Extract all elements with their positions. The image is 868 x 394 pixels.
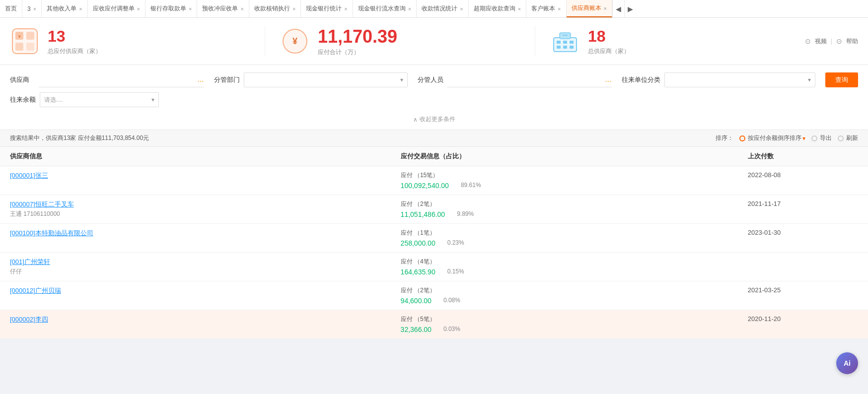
payable-amount: 258,000.00 <box>401 239 435 247</box>
table-row: [000012]广州贝瑞应付 （2笔）94,600.000.08%2021-03… <box>0 281 868 310</box>
nav-tab-other-income[interactable]: 其他收入单 × <box>42 0 87 17</box>
nav-tab-supplier-ledger-label: 供应商账本 <box>572 4 601 12</box>
nav-tab-cash-bank-stat[interactable]: 现金银行统计 × <box>301 0 353 17</box>
supplier-info-cell: [000100]本特勤油品有限公司 <box>0 224 391 253</box>
dept-label: 分管部门 <box>214 75 240 84</box>
category-select[interactable] <box>669 76 806 83</box>
supplier-link[interactable]: [000002]李四 <box>10 316 48 323</box>
nav-tab-customer-ledger[interactable]: 客户账本 × <box>526 0 566 17</box>
help-link[interactable]: 帮助 <box>846 37 858 46</box>
nav-tab-cash-bank-stat-close[interactable]: × <box>344 6 347 12</box>
video-link[interactable]: 视频 <box>815 37 827 46</box>
supplier-link[interactable]: [000012]广州贝瑞 <box>10 287 61 294</box>
summary-card-amount: ¥ 11,170.39 应付合计（万） <box>280 26 535 57</box>
card2-number: 11,170.39 <box>318 26 397 47</box>
payable-count: 应付 （4笔） <box>401 258 728 266</box>
last-pay-date-cell: 2023-01-30 <box>738 224 868 253</box>
nav-tab-ar-ap-adjust-close[interactable]: × <box>137 6 140 12</box>
supplier-info-cell: [000012]广州贝瑞 <box>0 281 391 310</box>
last-pay-date-cell: 2021-11-17 <box>738 195 868 224</box>
nav-tab-customer-ledger-close[interactable]: × <box>558 6 561 12</box>
nav-tab-overdue-ar[interactable]: 超期应收款查询 × <box>469 0 526 17</box>
nav-tab-collection-stat[interactable]: 收款情况统计 × <box>417 0 468 17</box>
query-button[interactable]: 查询 <box>825 72 858 87</box>
summary-card3-content: 18 总供应商（家） <box>588 27 630 55</box>
nav-tab-overdue-ar-close[interactable]: × <box>518 6 521 12</box>
nav-tab-collect-verify[interactable]: 收款核销执行 × <box>249 0 301 17</box>
export-option[interactable]: 导出 <box>811 134 832 142</box>
nav-tab-other-income-close[interactable]: × <box>79 6 82 12</box>
export-radio-icon <box>811 135 817 141</box>
svg-text:¥: ¥ <box>292 36 297 46</box>
svg-rect-9 <box>557 41 561 44</box>
balance-label: 往来余额 <box>10 95 36 104</box>
svg-rect-8 <box>554 38 577 52</box>
payable-pct: 0.23% <box>447 239 464 246</box>
nav-tab-supplier-ledger[interactable]: 供应商账本 × <box>567 0 612 17</box>
supplier-link[interactable]: [000007]恒旺二手叉车 <box>10 200 74 208</box>
nav-right-arrow[interactable]: ▶ <box>624 0 636 17</box>
svg-rect-11 <box>570 41 574 44</box>
refresh-option[interactable]: 刷新 <box>838 134 858 142</box>
last-pay-date-cell <box>738 253 868 281</box>
person-dots-icon[interactable]: ... <box>605 75 611 84</box>
nav-tab-home[interactable]: 首页 <box>0 0 22 17</box>
th-payable-info: 应付交易信息（占比） <box>391 147 738 166</box>
balance-select-wrap[interactable]: 请选.... ▾ <box>40 92 159 107</box>
summary-card-total-suppliers: 18 总供应商（家） <box>550 26 805 56</box>
payable-amount: 32,366.00 <box>401 326 432 333</box>
nav-left-arrow[interactable]: ◀ <box>612 0 624 17</box>
summary-section: ¥ 13 总应付供应商（家） ¥ 11,170.39 应付合计（万） <box>0 18 868 65</box>
nav-tab-3[interactable]: 3 × <box>22 0 42 17</box>
balance-select[interactable]: 请选.... <box>44 96 149 103</box>
payable-amount: 164,635.90 <box>401 268 435 276</box>
nav-tab-cash-bank-flow-close[interactable]: × <box>408 6 411 12</box>
last-pay-date-cell: 2021-03-25 <box>738 281 868 310</box>
payable-count: 应付 （2笔） <box>401 286 728 295</box>
svg-rect-14 <box>570 46 574 49</box>
last-pay-date-cell: 2020-11-20 <box>738 310 868 339</box>
dept-chevron-icon: ▾ <box>400 76 403 83</box>
category-select-wrap[interactable]: ▾ <box>664 72 816 87</box>
supplier-dots-icon[interactable]: ... <box>197 75 204 84</box>
card3-label: 总供应商（家） <box>588 47 630 56</box>
nav-tab-bank-deposit[interactable]: 银行存取款单 × <box>145 0 197 17</box>
payable-pct: 0.15% <box>447 268 464 275</box>
table-header-row: 供应商信息 应付交易信息（占比） 上次付数 <box>0 147 868 166</box>
person-input[interactable] <box>447 72 605 87</box>
payable-amount: 100,092,540.00 <box>401 182 449 190</box>
chevron-up-icon: ∧ <box>413 116 418 123</box>
nav-tab-bank-deposit-close[interactable]: × <box>189 6 192 12</box>
nav-tab-ar-ap-adjust[interactable]: 应收应付调整单 × <box>88 0 145 17</box>
collapse-btn-label: 收起更多条件 <box>420 115 455 124</box>
th-last-pay: 上次付数 <box>738 147 868 166</box>
supplier-link[interactable]: [000100]本特勤油品有限公司 <box>10 229 93 237</box>
circle-icon: ⊙ <box>805 37 811 45</box>
nav-tab-3-label: 3 <box>27 5 31 12</box>
nav-tab-supplier-ledger-close[interactable]: × <box>604 5 607 11</box>
nav-tab-3-close[interactable]: × <box>33 6 36 12</box>
supplier-link[interactable]: [001]广州荣轩 <box>10 258 50 265</box>
nav-tab-collection-stat-close[interactable]: × <box>460 6 463 12</box>
nav-tab-ar-ap-adjust-label: 应收应付调整单 <box>93 4 135 13</box>
nav-tab-cash-bank-flow[interactable]: 现金银行流水查询 × <box>353 0 417 17</box>
nav-tab-collect-verify-close[interactable]: × <box>292 6 295 12</box>
dept-select-wrap[interactable]: ▾ <box>244 72 408 87</box>
nav-tab-collect-verify-label: 收款核销执行 <box>254 4 290 13</box>
sort-option[interactable]: 按应付余额倒序排序 ▾ <box>739 134 805 142</box>
top-right-links: ⊙ 视频 | ⊙ 帮助 <box>805 37 858 46</box>
nav-tab-prepay-ar[interactable]: 预收冲应收单 × <box>197 0 249 17</box>
total-suppliers-icon <box>550 26 580 56</box>
nav-tab-home-label: 首页 <box>5 4 17 13</box>
th-supplier-info: 供应商信息 <box>0 147 391 166</box>
top-navigation: 首页 3 × 其他收入单 × 应收应付调整单 × 银行存取款单 × 预收冲应收单… <box>0 0 868 18</box>
nav-tab-prepay-ar-label: 预收冲应收单 <box>202 4 238 13</box>
collapse-button[interactable]: ∧ 收起更多条件 <box>413 115 455 124</box>
refresh-radio-icon <box>838 135 844 141</box>
svg-rect-13 <box>563 46 567 49</box>
supplier-link[interactable]: [000001]张三 <box>10 172 48 179</box>
nav-tab-prepay-ar-close[interactable]: × <box>240 6 243 12</box>
dept-select[interactable] <box>248 76 399 83</box>
supplier-input[interactable] <box>39 72 197 87</box>
table-row: [001]广州荣轩仔仔应付 （4笔）164,635.900.15% <box>0 253 868 281</box>
